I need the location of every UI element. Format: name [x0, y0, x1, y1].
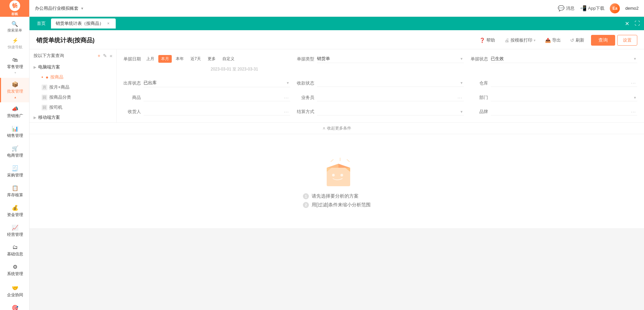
date-btn-custom[interactable]: 自定义 — [220, 55, 237, 63]
shortcut-nav[interactable]: ⚡ 快捷导航 — [0, 35, 29, 52]
tree-group-desktop[interactable]: ▶ 电脑端方案 — [30, 62, 116, 72]
sidebar-item-retail[interactable]: 🛍 零售管理 ▾ — [0, 54, 29, 78]
brand-dots[interactable]: ··· — [631, 109, 636, 114]
tab-close-button[interactable]: × — [106, 21, 111, 26]
tree-group-mobile-label: 移动端方案 — [38, 114, 60, 120]
tree-item-by-category[interactable]: 回 按商品分类 — [30, 92, 116, 102]
department-input[interactable] — [491, 95, 637, 100]
header-dropdown-arrow[interactable]: ▾ — [81, 6, 83, 11]
salesperson-label: 业务员 — [297, 95, 314, 101]
svg-rect-0 — [327, 168, 350, 186]
wholesale-icon: 📦 — [12, 81, 18, 88]
settings-button[interactable]: 设置 — [617, 35, 637, 46]
sidebar-item-finance[interactable]: 💰 资金管理 — [0, 201, 29, 221]
sidebar-item-basic[interactable]: 🗂 基础信息 — [0, 241, 29, 260]
tree-item-by-vendor[interactable]: 回 按司机 — [30, 102, 116, 112]
query-button[interactable]: 查询 — [591, 35, 615, 46]
department-dropdown-icon[interactable]: ▾ — [634, 95, 636, 100]
sidebar-item-system[interactable]: ⚙ 系统管理 — [0, 260, 29, 280]
date-btn-last-month[interactable]: 上月 — [144, 55, 157, 63]
maximize-icon[interactable]: ⛶ — [633, 19, 641, 28]
tab-active[interactable]: 销货单统计表（按商品） × — [51, 18, 116, 29]
date-btn-7days[interactable]: 近7天 — [188, 55, 204, 63]
messages-button[interactable]: 💬 消息 — [558, 5, 575, 11]
receiver-input[interactable] — [144, 109, 290, 114]
avatar-text: Ea — [612, 6, 618, 11]
export-button[interactable]: 📤 导出 — [542, 36, 564, 45]
hint-text-2: 用[过滤]条件来缩小分析范围 — [312, 202, 371, 208]
payment-status-input[interactable] — [317, 81, 464, 86]
payment-status-dropdown-icon[interactable]: ▾ — [461, 81, 463, 85]
filter-cell-product: 商品 ··· — [117, 92, 290, 103]
app-logo: 畅 标账 — [0, 0, 29, 17]
sidebar-item-ecommerce[interactable]: 🛒 电商管理 — [0, 142, 29, 162]
search-menu[interactable]: 🔍 搜索菜单 — [0, 17, 29, 35]
empty-svg — [320, 154, 360, 191]
sidebar-item-marketing-label: 营销推广 — [7, 113, 23, 119]
sidebar-item-sales[interactable]: 📊 销售管理 — [0, 122, 29, 142]
product-dots[interactable]: ··· — [284, 95, 289, 100]
print-button[interactable]: 🖨 按模板打印 ▾ — [502, 36, 538, 45]
month-product-prefix: 月 — [42, 85, 47, 90]
date-btn-this-year[interactable]: 本年 — [173, 55, 186, 63]
svg-line-9 — [331, 159, 333, 162]
top-header: 办公用品行业模拟账套 ▾ 💬 消息 📲 App下载 Ea demo2 — [30, 0, 644, 17]
filter-cell-payment-status: 收款状态 ▾ — [290, 78, 464, 89]
warehouse-status-dropdown-icon[interactable]: ▾ — [287, 81, 289, 85]
tree-item-by-month-product[interactable]: 月 按月+商品 — [30, 82, 116, 92]
tab-home[interactable]: 首页 — [32, 18, 50, 29]
collapse-label: ∧ 收起更多条件 — [322, 125, 351, 131]
salesperson-dots[interactable]: ··· — [458, 95, 463, 100]
username[interactable]: demo2 — [625, 6, 639, 11]
payment-status-label: 收款状态 — [297, 80, 314, 86]
collapse-panel-icon[interactable]: « — [110, 53, 112, 58]
receiver-dots[interactable]: ··· — [284, 109, 289, 114]
empty-state: 1 请先选择要分析的方案 2 用[过滤]条件来缩小分析范围 — [30, 134, 644, 228]
download-icon: 📲 — [580, 5, 587, 11]
sidebar-item-cooperation[interactable]: 🤝 企业协同 — [0, 281, 29, 301]
settlement-label: 结算方式 — [297, 109, 314, 115]
operation-icon: 📈 — [12, 224, 18, 231]
close-window-icon[interactable]: ✕ — [624, 19, 631, 28]
refresh-button[interactable]: ↺ 刷新 — [568, 36, 587, 45]
warehouse-input[interactable] — [491, 81, 637, 86]
doc-type-dropdown-icon[interactable]: ▾ — [461, 56, 463, 61]
date-btn-more[interactable]: 更多 — [205, 55, 218, 63]
doc-status-label: 单据状态 — [471, 56, 488, 62]
edit-scheme-icon[interactable]: ✎ — [103, 53, 107, 58]
tab-home-label: 首页 — [37, 20, 46, 27]
sales-icon: 📊 — [12, 125, 18, 132]
print-dropdown-icon[interactable]: ▾ — [534, 38, 536, 43]
warehouse-label: 仓库 — [471, 80, 488, 86]
app-download-button[interactable]: 📲 App下载 — [580, 5, 604, 11]
brand-input[interactable] — [491, 109, 637, 114]
add-scheme-icon[interactable]: + — [98, 53, 100, 58]
filter-cell-salesperson: 业务员 ··· — [290, 92, 464, 103]
settlement-dropdown-icon[interactable]: ▾ — [461, 109, 463, 114]
sidebar-item-guide[interactable]: 🎯 新手引导 — [0, 301, 29, 310]
filter-cell-brand: 品牌 ··· — [464, 106, 637, 117]
empty-hints: 1 请先选择要分析的方案 2 用[过滤]条件来缩小分析范围 — [303, 193, 371, 208]
collapse-button[interactable]: ∧ 收起更多条件 — [322, 125, 351, 131]
sidebar-item-marketing[interactable]: 📣 营销推广 — [0, 102, 29, 122]
tree-group-mobile[interactable]: ▶ 移动端方案 — [30, 112, 116, 122]
date-btn-this-month[interactable]: 本月 — [158, 55, 172, 63]
doc-status-dropdown-icon[interactable]: ▾ — [634, 56, 636, 61]
settlement-input[interactable] — [317, 109, 464, 114]
product-input[interactable] — [144, 95, 290, 100]
salesperson-input[interactable] — [317, 95, 464, 100]
filter-cell-settlement: 结算方式 ▾ — [290, 106, 464, 117]
help-button[interactable]: ❓ 帮助 — [477, 36, 498, 45]
sidebar-item-wholesale[interactable]: 📦 批发管理 ▴ — [0, 78, 29, 102]
warehouse-dots[interactable]: ··· — [631, 80, 636, 86]
sidebar-item-inventory[interactable]: 📋 库存核算 — [0, 182, 29, 201]
avatar[interactable]: Ea — [610, 3, 620, 13]
sidebar-item-retail-label: 零售管理 — [7, 64, 23, 70]
page-actions: ❓ 帮助 🖨 按模板打印 ▾ 📤 导出 ↺ 刷新 — [477, 35, 637, 46]
sidebar-item-operation[interactable]: 📈 经营管理 — [0, 221, 29, 241]
sidebar-item-purchase[interactable]: 🧾 采购管理 — [0, 162, 29, 182]
settlement-value-wrap: ▾ — [317, 108, 464, 115]
tab-active-label: 销货单统计表（按商品） — [56, 20, 104, 27]
tree-item-by-product[interactable]: ● 按商品 — [30, 72, 116, 82]
filter-row-2: 出库状态 已出库 ▾ 收款状态 ▾ — [117, 74, 644, 89]
